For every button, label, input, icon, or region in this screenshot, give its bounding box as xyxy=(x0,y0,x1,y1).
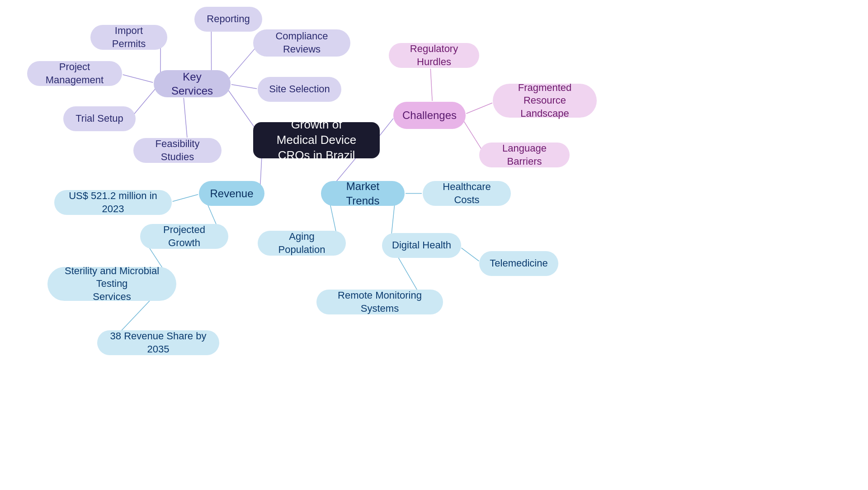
challenges-node: Challenges xyxy=(393,102,466,129)
us-revenue-label: US$ 521.2 million in 2023 xyxy=(64,190,162,215)
svg-line-8 xyxy=(379,119,393,136)
language-barriers-node: Language Barriers xyxy=(479,143,570,167)
us-revenue-node: US$ 521.2 million in 2023 xyxy=(54,190,172,215)
project-management-label: Project Management xyxy=(37,61,112,86)
site-selection-node: Site Selection xyxy=(258,77,341,102)
project-management-node: Project Management xyxy=(27,61,122,86)
regulatory-hurdles-node: Regulatory Hurdles xyxy=(389,43,479,68)
svg-line-13 xyxy=(173,195,198,202)
svg-line-21 xyxy=(461,248,479,261)
sterility-node: Sterility and Microbial Testing Services xyxy=(47,267,176,301)
trial-setup-node: Trial Setup xyxy=(63,106,136,131)
svg-line-0 xyxy=(228,90,258,132)
import-permits-node: Import Permits xyxy=(90,25,167,50)
projected-growth-label: Projected Growth xyxy=(150,224,218,249)
aging-population-node: Aging Population xyxy=(258,231,346,256)
language-barriers-label: Language Barriers xyxy=(489,142,560,168)
reporting-label: Reporting xyxy=(207,13,250,26)
center-label: Growth of Medical Device CROs in Brazil xyxy=(269,117,363,163)
key-services-label: Key Services xyxy=(164,70,221,98)
svg-line-11 xyxy=(464,121,482,150)
revenue-share-node: 38 Revenue Share by 2035 xyxy=(97,330,219,355)
revenue-share-label: 38 Revenue Share by 2035 xyxy=(107,330,209,356)
market-trends-node: Market Trends xyxy=(321,181,405,206)
svg-line-3 xyxy=(123,75,153,82)
remote-monitoring-node: Remote Monitoring Systems xyxy=(316,290,443,314)
revenue-node: Revenue xyxy=(199,181,264,206)
fragmented-label: Fragmented Resource Landscape xyxy=(503,81,587,120)
svg-line-22 xyxy=(397,256,418,291)
center-node: Growth of Medical Device CROs in Brazil xyxy=(253,122,380,158)
svg-line-9 xyxy=(430,69,432,101)
svg-line-6 xyxy=(229,48,255,79)
reporting-node: Reporting xyxy=(194,7,262,32)
sterility-label: Sterility and Microbial Testing Services xyxy=(57,265,166,304)
svg-line-7 xyxy=(231,85,257,89)
revenue-label: Revenue xyxy=(210,186,253,200)
digital-health-node: Digital Health xyxy=(382,233,461,258)
challenges-label: Challenges xyxy=(402,108,457,122)
site-selection-label: Site Selection xyxy=(269,83,330,96)
fragmented-node: Fragmented Resource Landscape xyxy=(493,84,597,118)
import-permits-label: Import Permits xyxy=(100,24,157,50)
compliance-reviews-node: Compliance Reviews xyxy=(253,29,350,57)
telemedicine-label: Telemedicine xyxy=(490,257,547,270)
telemedicine-node: Telemedicine xyxy=(479,251,558,276)
compliance-reviews-label: Compliance Reviews xyxy=(263,30,340,56)
market-trends-label: Market Trends xyxy=(331,179,395,207)
key-services-node: Key Services xyxy=(154,70,231,97)
svg-line-10 xyxy=(466,103,492,113)
svg-line-5 xyxy=(184,98,187,137)
feasibility-studies-node: Feasibility Studies xyxy=(133,138,222,163)
svg-line-4 xyxy=(134,89,156,114)
remote-monitoring-label: Remote Monitoring Systems xyxy=(326,289,433,315)
feasibility-studies-label: Feasibility Studies xyxy=(143,138,212,163)
aging-population-label: Aging Population xyxy=(268,230,336,256)
regulatory-hurdles-label: Regulatory Hurdles xyxy=(399,43,469,68)
healthcare-costs-node: Healthcare Costs xyxy=(423,181,511,206)
digital-health-label: Digital Health xyxy=(392,239,451,252)
projected-growth-node: Projected Growth xyxy=(140,224,228,249)
healthcare-costs-label: Healthcare Costs xyxy=(433,181,501,206)
trial-setup-label: Trial Setup xyxy=(75,112,123,125)
